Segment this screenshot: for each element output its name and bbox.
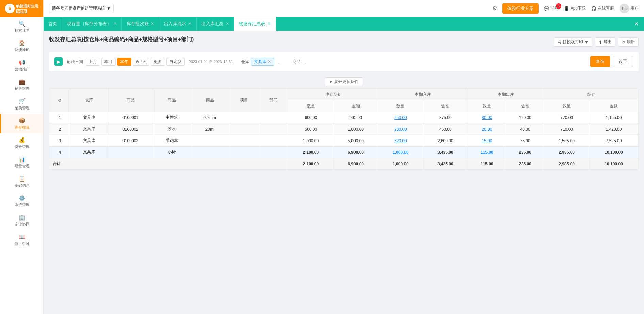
sidebar-label-sales: 销售管理 bbox=[15, 86, 30, 91]
query-button[interactable]: 查询 bbox=[590, 56, 610, 67]
cell-out-qty[interactable]: 20.00 bbox=[468, 123, 506, 135]
sidebar-item-guide[interactable]: 📖 新手引导 bbox=[0, 230, 43, 250]
in-qty-link[interactable]: 250.00 bbox=[394, 115, 407, 120]
in-qty-link[interactable]: 230.00 bbox=[394, 127, 407, 132]
tab-close-recv-send[interactable]: ✕ bbox=[267, 21, 271, 26]
sidebar-item-operations[interactable]: 📊 经营管理 bbox=[0, 153, 43, 172]
footer-opening-qty: 2,100.00 bbox=[288, 158, 333, 170]
sidebar-item-basic-info[interactable]: 📋 基础信息 bbox=[0, 172, 43, 192]
sidebar-item-marketing[interactable]: 📢 营销推广 bbox=[0, 56, 43, 75]
date-btn-本年[interactable]: 本年 bbox=[117, 58, 131, 66]
table-header-row-1: ⚙ 仓库 商品 商品 商品 项目 部门 库存期初 本期入库 本期出库 结存 bbox=[49, 89, 639, 100]
tab-inout-flow[interactable]: 出入库流水✕ bbox=[159, 17, 197, 31]
warehouse-tag[interactable]: 文具库 ✕ bbox=[251, 58, 274, 66]
tab-close-inout-flow[interactable]: ✕ bbox=[188, 21, 192, 26]
filter-card: ▶ 记账日期 上月本月本年近7天更多自定义 2023-01-01 至 2023-… bbox=[49, 52, 639, 71]
date-btn-更多[interactable]: 更多 bbox=[151, 58, 165, 66]
footer-opening-amt: 6,900.00 bbox=[333, 158, 378, 170]
top-header: 装备及固定资产辅助管理系统 ▼ ⚙ 体验行业方案 💬 消息 6 📱 App下载 … bbox=[44, 0, 644, 17]
out-qty-link[interactable]: 15.00 bbox=[482, 138, 492, 143]
expand-icon: ▼ bbox=[329, 80, 333, 84]
col-in-qty: 数量 bbox=[378, 100, 423, 112]
trial-button[interactable]: 体验行业方案 bbox=[502, 3, 539, 14]
sidebar-item-purchase[interactable]: 🛒 采购管理 bbox=[0, 95, 43, 114]
cell-spec bbox=[191, 147, 229, 158]
col-group-out: 本期出库 bbox=[468, 89, 544, 100]
goods-more[interactable]: ... bbox=[303, 59, 308, 64]
online-support-btn[interactable]: 🎧 在线客服 bbox=[591, 5, 614, 11]
tab-recv-send[interactable]: 收发存汇总表✕ bbox=[234, 17, 276, 31]
warehouse-more[interactable]: ... bbox=[278, 59, 282, 64]
date-btn-本月[interactable]: 本月 bbox=[101, 58, 116, 66]
sidebar-label-guide: 新手引导 bbox=[15, 241, 30, 246]
sidebar-label-operations: 经营管理 bbox=[15, 164, 30, 169]
tab-label-home: 首页 bbox=[48, 21, 57, 27]
expand-button[interactable]: ▼ 展开更多条件 bbox=[325, 77, 363, 86]
header-right: 💬 消息 6 📱 App下载 🎧 在线客服 Ea 用户 bbox=[544, 4, 639, 13]
sidebar-label-purchase: 采购管理 bbox=[15, 105, 30, 111]
tab-stock-dist[interactable]: 现存量（库存分布表）✕ bbox=[62, 17, 122, 31]
cell-in-qty[interactable]: 230.00 bbox=[378, 123, 423, 135]
cell-no: 4 bbox=[49, 147, 70, 158]
in-qty-link[interactable]: 520.00 bbox=[394, 138, 407, 143]
cell-balance-qty: 770.00 bbox=[544, 112, 589, 123]
user-menu[interactable]: Ea 用户 bbox=[620, 4, 639, 13]
sidebar-item-finance[interactable]: 💰 资金管理 bbox=[0, 133, 43, 153]
tab-close-inout-summary[interactable]: ✕ bbox=[226, 21, 229, 26]
settings-button[interactable]: 设置 bbox=[613, 56, 633, 67]
sidebar-label-quick-nav: 快捷导航 bbox=[15, 47, 30, 52]
message-btn[interactable]: 💬 消息 6 bbox=[544, 5, 559, 11]
cell-opening-qty: 1,000.00 bbox=[288, 135, 333, 147]
date-buttons: 上月本月本年近7天更多自定义 bbox=[86, 58, 185, 66]
footer-in-qty: 1,000.00 bbox=[378, 158, 423, 170]
date-btn-上月[interactable]: 上月 bbox=[86, 58, 100, 66]
cell-in-qty[interactable]: 1,000.00 bbox=[378, 147, 423, 158]
tab-bar-close[interactable]: ✕ bbox=[629, 21, 644, 27]
out-qty-link[interactable]: 80.00 bbox=[482, 115, 492, 120]
export-button[interactable]: ⬆ 导出 bbox=[595, 37, 615, 47]
cell-dept bbox=[259, 112, 288, 123]
cell-out-amt: 40.00 bbox=[506, 123, 544, 135]
print-button[interactable]: 🖨 拼模板打印 ▼ bbox=[554, 37, 592, 47]
cell-dept bbox=[259, 123, 288, 135]
col-code: 商品 bbox=[108, 89, 153, 112]
sidebar-item-enterprise[interactable]: 🏢 企业协同 bbox=[0, 211, 43, 230]
cell-warehouse: 文具库 bbox=[70, 147, 108, 158]
date-btn-近7天[interactable]: 近7天 bbox=[133, 58, 149, 66]
cell-out-qty[interactable]: 115.00 bbox=[468, 147, 506, 158]
sidebar-item-quick-nav[interactable]: 🏠 快捷导航 bbox=[0, 36, 43, 56]
system-title-dropdown[interactable]: 装备及固定资产辅助管理系统 ▼ bbox=[49, 4, 114, 13]
tab-home[interactable]: 首页 bbox=[44, 17, 62, 31]
cell-out-qty[interactable]: 15.00 bbox=[468, 135, 506, 147]
footer-out-qty: 115.00 bbox=[468, 158, 506, 170]
tab-inout-summary[interactable]: 出入库汇总✕ bbox=[197, 17, 234, 31]
date-btn-自定义[interactable]: 自定义 bbox=[166, 58, 185, 66]
sidebar-item-sales[interactable]: 💼 销售管理 bbox=[0, 75, 43, 95]
cell-in-qty[interactable]: 520.00 bbox=[378, 135, 423, 147]
cell-out-qty[interactable]: 80.00 bbox=[468, 112, 506, 123]
col-balance-amt: 金额 bbox=[589, 100, 639, 112]
page-header-actions: 🖨 拼模板打印 ▼ ⬆ 导出 ↻ 刷新 bbox=[554, 37, 639, 47]
sidebar-item-inventory[interactable]: 📦 库存核算 bbox=[0, 114, 43, 133]
tab-close-batch[interactable]: ✕ bbox=[151, 21, 154, 26]
table-row: 1 文具库 0100001 中性笔 0.7mm 600.00 900.00 25… bbox=[49, 112, 639, 123]
col-opening-amt: 金额 bbox=[333, 100, 378, 112]
cell-code: 0100003 bbox=[108, 135, 153, 147]
warehouse-label: 仓库 bbox=[241, 59, 249, 65]
cell-in-qty[interactable]: 250.00 bbox=[378, 112, 423, 123]
sidebar-item-search[interactable]: 🔍 搜索菜单 bbox=[0, 17, 43, 36]
out-qty-link[interactable]: 20.00 bbox=[482, 127, 492, 132]
settings-icon[interactable]: ⚙ bbox=[492, 5, 497, 11]
filter-toggle[interactable]: ▶ bbox=[54, 57, 63, 66]
page-title: 收发存汇总表(按仓库+商品编码+商品+规格型号+项目+部门) bbox=[49, 36, 194, 43]
warehouse-tag-close[interactable]: ✕ bbox=[268, 59, 271, 64]
page-content: 收发存汇总表(按仓库+商品编码+商品+规格型号+项目+部门) 🖨 拼模板打印 ▼… bbox=[44, 31, 644, 314]
expand-row: ▼ 展开更多条件 bbox=[49, 75, 639, 88]
app-download-btn[interactable]: 📱 App下载 bbox=[564, 5, 586, 11]
tab-batch[interactable]: 库存批次账✕ bbox=[122, 17, 159, 31]
tab-close-stock-dist[interactable]: ✕ bbox=[113, 21, 117, 26]
date-range: 2023-01-01 至 2023-12-31 bbox=[189, 59, 233, 64]
cell-project bbox=[229, 147, 259, 158]
sidebar-item-system[interactable]: ⚙️ 系统管理 bbox=[0, 192, 43, 211]
refresh-button[interactable]: ↻ 刷新 bbox=[618, 37, 639, 47]
